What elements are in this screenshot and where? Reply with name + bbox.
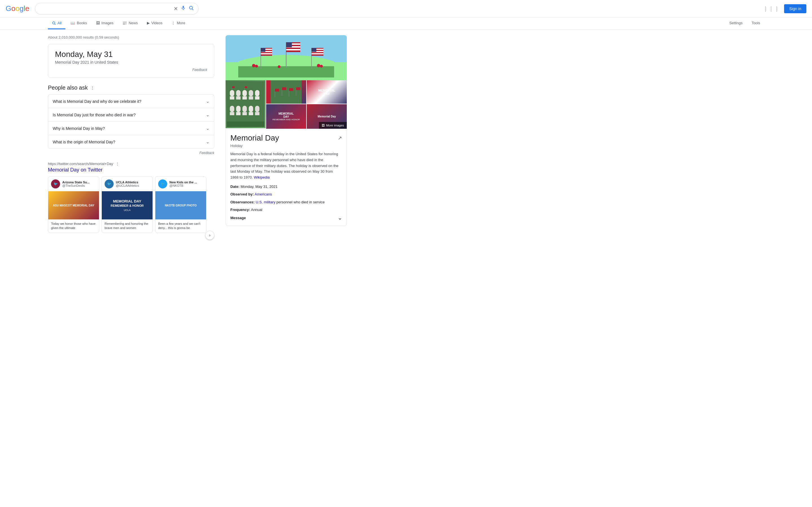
twitter-account-name-2: UCLA Athletics <box>116 180 139 184</box>
search-input[interactable]: Memorial Day <box>40 6 171 11</box>
paa-question-2: Is Memorial Day just for those who died … <box>53 113 136 117</box>
tab-news[interactable]: 📰 News <box>118 17 142 29</box>
tab-books[interactable]: 📖 Books <box>66 17 91 29</box>
kp-type: Holiday <box>231 144 342 148</box>
tab-settings[interactable]: Settings <box>725 17 747 29</box>
svg-point-28 <box>255 65 258 68</box>
right-column: MEMORIAL DAY MEMORIAL DAY REMEMBER AND H… <box>225 35 347 244</box>
more-images-button[interactable]: 🖼 More images <box>319 122 347 129</box>
img-memorial3-cell[interactable]: Memorial Day 🖼 More images <box>307 104 347 129</box>
svg-point-27 <box>252 64 255 67</box>
kp-message-row[interactable]: Message ⌄ <box>231 215 342 221</box>
svg-rect-33 <box>230 90 234 96</box>
svg-rect-14 <box>261 48 265 52</box>
date-card-title: Monday, May 31 <box>55 50 207 59</box>
americans-link[interactable]: Americans <box>255 192 272 196</box>
img-flags <box>266 80 306 104</box>
twitter-card-2[interactable]: 🐦 UCLA Athletics @UCLAAthletics MEMORIAL… <box>101 176 153 233</box>
kp-fact-frequency: Frequency: Annual <box>231 207 342 213</box>
twitter-next-button[interactable]: › <box>205 231 214 240</box>
svg-rect-34 <box>230 96 234 100</box>
paa-item[interactable]: What is the origin of Memorial Day? ⌄ <box>48 135 214 149</box>
twitter-card-1[interactable]: 🐦 Arizona State Su... @TheSunDevils ASU … <box>48 176 99 233</box>
paa-section: People also ask ⋮ What is Memorial Day a… <box>48 84 214 155</box>
chevron-down-icon-4: ⌄ <box>206 139 209 145</box>
paa-item[interactable]: What is Memorial Day and why do we celeb… <box>48 94 214 108</box>
tab-images[interactable]: 🖼 Images <box>92 17 117 29</box>
memorial-illustration-svg <box>238 35 334 77</box>
mic-icon[interactable] <box>181 5 186 12</box>
svg-rect-51 <box>255 106 260 112</box>
paa-menu-icon[interactable]: ⋮ <box>91 86 94 90</box>
img-memorial1-cell[interactable]: MEMORIAL DAY <box>307 80 347 104</box>
date-card-subtitle: Memorial Day 2021 in United States <box>55 60 207 64</box>
cemetery-svg <box>227 81 264 127</box>
img-cemetery-cell[interactable] <box>225 80 266 128</box>
chevron-down-icon: ⌄ <box>338 215 342 221</box>
twitter-account-1: Arizona State Su... @TheSunDevils <box>62 180 90 187</box>
twitter-card-header-1: 🐦 Arizona State Su... @TheSunDevils <box>48 177 99 191</box>
header-right: ⋮⋮⋮ Sign in <box>763 4 806 13</box>
img-memorial2-cell[interactable]: MEMORIAL DAY REMEMBER AND HONOR <box>266 104 306 129</box>
svg-rect-44 <box>230 112 234 115</box>
twitter-card-text-3: Been a few years and we can't deny... th… <box>155 219 206 233</box>
search-bar-icons: ✕ <box>174 5 194 12</box>
svg-rect-42 <box>255 96 260 100</box>
twitter-card-header-2: 🐦 UCLA Athletics @UCLAAthletics <box>102 177 153 191</box>
apps-icon[interactable]: ⋮⋮⋮ <box>763 5 779 12</box>
images-icon: 🖼 <box>96 21 100 25</box>
tab-books-label: Books <box>77 21 87 25</box>
twitter-title-link[interactable]: Memorial Day on Twitter <box>48 167 214 173</box>
svg-point-31 <box>278 65 281 68</box>
twitter-menu-icon[interactable]: ⋮ <box>116 162 119 166</box>
tab-tools[interactable]: Tools <box>748 17 764 29</box>
google-logo: Google <box>6 4 29 13</box>
tab-news-label: News <box>129 21 138 25</box>
left-column: About 2,010,000,000 results (0.59 second… <box>48 35 214 244</box>
paa-item[interactable]: Why is Memorial Day in May? ⌄ <box>48 121 214 135</box>
tab-tools-label: Tools <box>752 21 760 25</box>
svg-rect-39 <box>249 90 253 96</box>
tab-videos[interactable]: ▶ Videos <box>143 17 167 29</box>
svg-rect-35 <box>236 90 241 96</box>
svg-point-2 <box>190 6 193 9</box>
twitter-card-3[interactable]: 🐦 New Kids on the ... @NKOTB NKOTB GROUP… <box>155 176 206 233</box>
share-icon[interactable]: ↗ <box>338 135 342 141</box>
more-icon: ⋮ <box>171 21 175 25</box>
search-icon-btn[interactable] <box>189 5 194 12</box>
us-military-link[interactable]: U.S. military <box>256 200 275 204</box>
date-feedback-link[interactable]: Feedback <box>55 68 207 72</box>
img-cemetery <box>225 80 266 128</box>
twitter-section: https://twitter.com/search/Memorial+Day … <box>48 162 214 244</box>
img-memorial1: MEMORIAL DAY <box>307 80 347 104</box>
img-memorial2: MEMORIAL DAY REMEMBER AND HONOR <box>266 104 306 129</box>
tab-all[interactable]: All <box>48 17 65 29</box>
svg-rect-54 <box>232 86 235 88</box>
tab-more[interactable]: ⋮ More <box>167 17 189 29</box>
clear-icon[interactable]: ✕ <box>174 6 178 12</box>
wikipedia-link[interactable]: Wikipedia <box>254 175 269 179</box>
paa-header: People also ask ⋮ <box>48 84 214 91</box>
svg-rect-64 <box>289 88 293 91</box>
svg-rect-43 <box>230 106 234 112</box>
svg-rect-8 <box>238 66 334 77</box>
twitter-account-2: UCLA Athletics @UCLAAthletics <box>116 180 139 187</box>
twitter-source: https://twitter.com/search/Memorial+Day … <box>48 162 214 166</box>
tab-images-label: Images <box>101 21 114 25</box>
avatar-asu-initials: 🐦 <box>54 182 58 186</box>
kp-message-label: Message <box>231 216 246 220</box>
paa-feedback-link[interactable]: Feedback <box>48 151 214 155</box>
more-images-label: More images <box>326 124 344 127</box>
twitter-img-text-1: ASU MASCOT MEMORIAL DAY <box>53 204 94 207</box>
sign-in-button[interactable]: Sign in <box>784 4 806 13</box>
results-count: About 2,010,000,000 results (0.59 second… <box>48 35 214 40</box>
svg-rect-19 <box>286 49 300 50</box>
svg-point-4 <box>52 22 55 24</box>
chevron-down-icon-1: ⌄ <box>206 99 209 104</box>
paa-item[interactable]: Is Memorial Day just for those who died … <box>48 108 214 121</box>
paa-question-1: What is Memorial Day and why do we celeb… <box>53 99 141 104</box>
img-flags-cell[interactable] <box>266 80 306 104</box>
twitter-account-name-1: Arizona State Su... <box>62 180 90 184</box>
kp-title: Memorial Day <box>231 133 279 143</box>
svg-rect-50 <box>249 112 253 115</box>
